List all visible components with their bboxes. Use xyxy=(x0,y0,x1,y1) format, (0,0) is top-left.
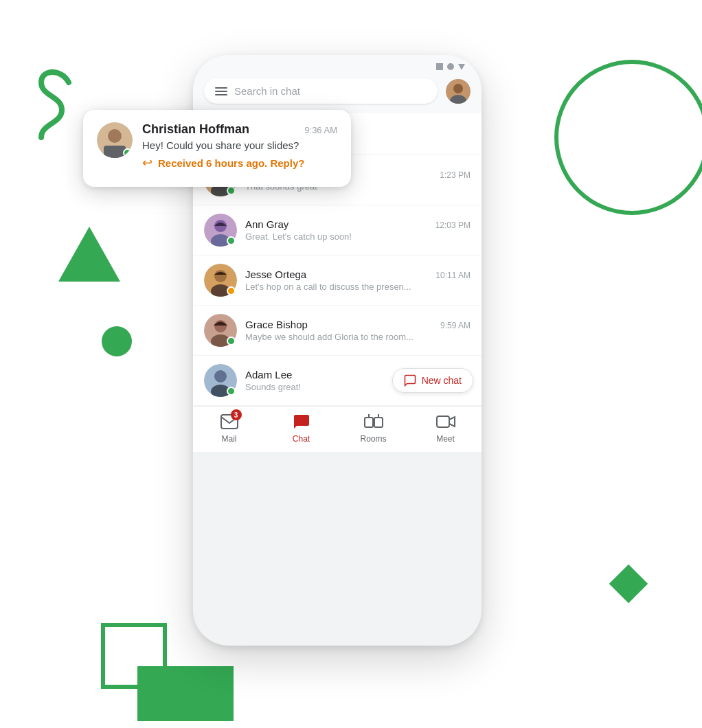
notif-sender-name: Christian Hoffman xyxy=(142,122,249,137)
svg-point-25 xyxy=(214,270,227,282)
hamburger-menu-icon[interactable] xyxy=(215,87,227,95)
reply-arrow-icon: ↩ xyxy=(142,155,152,170)
scene: Christian Hoffman 9:36 AM Hey! Could you… xyxy=(111,14,591,714)
nav-label-meet: Meet xyxy=(436,434,455,444)
nav-label-rooms: Rooms xyxy=(360,434,386,444)
avatar-wrapper xyxy=(204,314,237,347)
svg-rect-34 xyxy=(365,418,373,427)
status-dot-green xyxy=(227,186,236,195)
chat-name: Grace Bishop xyxy=(245,319,308,330)
mail-icon: 3 xyxy=(220,412,239,431)
search-input-container[interactable]: Search in chat xyxy=(204,78,438,104)
status-dot-green xyxy=(227,337,236,345)
notification-text: Christian Hoffman 9:36 AM Hey! Could you… xyxy=(142,122,337,170)
new-chat-label: New chat xyxy=(422,375,462,386)
status-dot-green xyxy=(227,387,236,396)
chat-time: 10:11 AM xyxy=(435,271,471,280)
list-item[interactable]: Grace Bishop 9:59 AM Maybe we should add… xyxy=(193,306,482,356)
chat-name: Ann Gray xyxy=(245,218,288,230)
svg-rect-3 xyxy=(609,565,648,604)
notification-avatar xyxy=(97,122,133,158)
new-chat-button[interactable]: New chat xyxy=(392,368,473,393)
notif-action-text: Received 6 hours ago. Reply? xyxy=(158,157,304,169)
chat-preview: Maybe we should add Gloria to the room..… xyxy=(245,332,471,342)
avatar-wrapper xyxy=(204,214,237,247)
user-avatar[interactable] xyxy=(446,79,471,104)
rooms-icon xyxy=(364,412,383,431)
bottom-navigation: 3 Mail Chat xyxy=(193,406,482,452)
status-dot-orange xyxy=(227,286,236,295)
svg-point-11 xyxy=(453,84,463,93)
status-square-icon xyxy=(436,63,443,70)
meet-icon xyxy=(436,412,455,431)
nav-item-rooms[interactable]: Rooms xyxy=(337,412,409,444)
svg-rect-38 xyxy=(437,416,449,427)
status-bar xyxy=(193,55,482,73)
mail-badge: 3 xyxy=(231,409,242,420)
nav-item-meet[interactable]: Meet xyxy=(409,412,482,444)
nav-item-mail[interactable]: 3 Mail xyxy=(193,412,265,444)
search-placeholder: Search in chat xyxy=(234,85,427,97)
svg-rect-35 xyxy=(374,418,383,427)
notif-message: Hey! Could you share your slides? xyxy=(142,139,337,151)
chat-content: Jesse Ortega 10:11 AM Let's hop on a cal… xyxy=(245,269,471,292)
nav-item-chat[interactable]: Chat xyxy=(265,412,337,444)
chat-name: Adam Lee xyxy=(245,369,292,380)
notif-action[interactable]: ↩ Received 6 hours ago. Reply? xyxy=(142,155,337,170)
svg-point-7 xyxy=(108,129,122,143)
avatar-wrapper xyxy=(204,364,237,397)
chat-nav-icon xyxy=(292,412,311,431)
chat-time: 12:03 PM xyxy=(435,220,471,230)
nav-label-mail: Mail xyxy=(221,434,236,444)
chat-name: Jesse Ortega xyxy=(245,269,306,280)
avatar-wrapper xyxy=(204,264,237,297)
status-dot-green xyxy=(227,236,236,245)
chat-bubble-icon xyxy=(404,374,416,387)
notif-time: 9:36 AM xyxy=(304,125,337,135)
chat-preview: Let's hop on a call to discuss the prese… xyxy=(245,282,471,292)
notification-card[interactable]: Christian Hoffman 9:36 AM Hey! Could you… xyxy=(83,110,351,187)
chat-preview: Great. Let's catch up soon! xyxy=(245,231,471,242)
chat-content: Ann Gray 12:03 PM Great. Let's catch up … xyxy=(245,218,471,242)
search-bar: Search in chat xyxy=(193,73,482,113)
list-item[interactable]: Ann Gray 12:03 PM Great. Let's catch up … xyxy=(193,205,482,255)
chat-time: 1:23 PM xyxy=(440,170,471,180)
svg-point-31 xyxy=(214,370,227,383)
status-triangle-icon xyxy=(458,64,465,70)
chat-time: 9:59 AM xyxy=(440,321,471,330)
status-circle-icon xyxy=(447,63,454,70)
chat-content: Grace Bishop 9:59 AM Maybe we should add… xyxy=(245,319,471,342)
list-item[interactable]: Adam Lee Sounds great! New chat xyxy=(193,356,482,406)
list-item[interactable]: Jesse Ortega 10:11 AM Let's hop on a cal… xyxy=(193,255,482,306)
nav-label-chat: Chat xyxy=(293,434,310,444)
